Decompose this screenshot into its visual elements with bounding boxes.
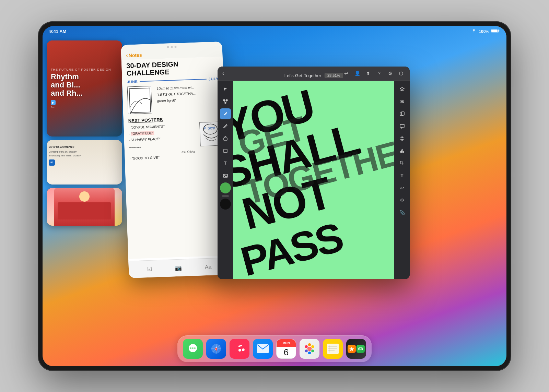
affinity-tool-node[interactable] — [220, 96, 231, 107]
affinity-settings-btn[interactable]: ⚙ — [386, 70, 394, 77]
timeline-july: JULY — [209, 76, 219, 81]
notes-format-icon[interactable]: Aa — [205, 264, 211, 270]
affinity-back-btn[interactable]: ‹ — [222, 70, 224, 76]
timeline-june: JUNE — [127, 79, 138, 84]
svg-rect-51 — [359, 348, 363, 350]
svg-rect-9 — [224, 138, 227, 140]
poster-artwork: YOU SHALL NOT PASS GET TOGETHER — [233, 81, 394, 279]
app-switcher[interactable]: The Future of Poster Design Rhythmand Bl… — [43, 26, 506, 366]
notes-camera-icon[interactable]: 📷 — [175, 264, 182, 271]
notes-asterisk: ✳ post... — [203, 125, 219, 131]
affinity-rtool-pages[interactable] — [397, 108, 408, 119]
affinity-canvas[interactable]: YOU SHALL NOT PASS GET TOGETHER — [233, 81, 394, 279]
svg-point-45 — [308, 347, 311, 351]
dock-app-safari[interactable] — [206, 339, 226, 359]
notes-item2-text: "GRATITUDE" — [131, 131, 154, 135]
affinity-title-group: Let's-Get-Together 28.51% — [284, 73, 343, 78]
svg-rect-23 — [401, 112, 404, 115]
dock-app-notes[interactable] — [323, 339, 343, 359]
battery-status: 100% — [479, 29, 489, 34]
affinity-tool-fill[interactable] — [220, 199, 231, 210]
affinity-rtool-transform[interactable] — [397, 133, 408, 144]
affinity-tool-pen[interactable] — [220, 108, 231, 119]
poster-canvas: YOU SHALL NOT PASS GET TOGETHER — [233, 81, 394, 279]
affinity-titlebar: ‹ Let's-Get-Together 28.51% ↩ 👤 ⬆ ? ⚙ ⬡ — [218, 67, 410, 81]
svg-point-21 — [402, 102, 404, 103]
status-bar: 9:41 AM 100% — [43, 26, 506, 37]
affinity-tool-image[interactable] — [220, 170, 231, 181]
svg-point-53 — [361, 348, 362, 349]
svg-point-42 — [308, 352, 311, 354]
affinity-rtool-gear[interactable]: ⚙ — [397, 195, 408, 206]
affinity-rtool-undo[interactable]: ↩ — [397, 182, 408, 193]
notes-checklist-icon[interactable]: ☑ — [147, 265, 152, 272]
ipad-frame: 9:41 AM 100% — [38, 21, 511, 371]
affinity-rtool-link[interactable]: 📎 — [397, 207, 408, 218]
affinity-rtool-text2[interactable]: T — [397, 170, 408, 181]
affinity-person-btn[interactable]: 👤 — [353, 70, 361, 77]
affinity-undo-btn[interactable]: ↩ — [342, 70, 350, 77]
dock-app-messages[interactable] — [183, 339, 203, 359]
app-thumb-notes-small[interactable]: · · · JOYFUL MOMENTS Contemporary art, b… — [47, 140, 122, 185]
affinity-rtool-layers[interactable] — [397, 84, 408, 95]
dock-app-music[interactable] — [230, 339, 249, 359]
affinity-window[interactable]: ‹ Let's-Get-Together 28.51% ↩ 👤 ⬆ ? ⚙ ⬡ — [218, 67, 410, 279]
affinity-mask-btn[interactable]: ⬡ — [397, 70, 405, 77]
affinity-tool-text[interactable]: T — [220, 158, 231, 169]
svg-point-29 — [194, 347, 196, 349]
svg-point-52 — [359, 348, 360, 349]
affinity-tool-erase[interactable] — [220, 133, 231, 144]
svg-rect-10 — [224, 149, 227, 153]
affinity-right-toolbar: T ↩ ⚙ 📎 — [394, 81, 410, 279]
affinity-left-toolbar: T — [218, 81, 233, 279]
dock-app-arcade[interactable] — [346, 339, 366, 359]
affinity-rtool-crop[interactable] — [397, 158, 408, 169]
affinity-rtool-adjust[interactable] — [397, 96, 408, 107]
window-controls — [167, 46, 176, 48]
svg-point-20 — [401, 100, 402, 102]
notes-content[interactable]: 30-DAY DESIGN CHALLENGE JUNE JULY — [121, 57, 230, 259]
wifi-icon — [471, 29, 477, 34]
notes-bottom-bar: ☑ 📷 Aa — [128, 257, 230, 278]
affinity-tool-color[interactable] — [220, 182, 231, 193]
affinity-help-btn[interactable]: ? — [375, 70, 383, 77]
affinity-divider — [222, 195, 229, 197]
status-time: 9:41 AM — [49, 29, 66, 34]
notes-window[interactable]: ‹ Notes 30-DAY DESIGN CHALLENGE JUNE JUL… — [121, 41, 230, 278]
affinity-title-actions: ↩ 👤 ⬆ ? ⚙ ⬡ — [342, 70, 405, 77]
affinity-share-btn[interactable]: ⬆ — [364, 70, 372, 77]
dock-app-photos[interactable] — [300, 339, 319, 359]
affinity-tool-shape[interactable] — [220, 145, 231, 156]
notes-timeline: JUNE JULY — [127, 76, 219, 84]
svg-point-27 — [190, 347, 191, 349]
chevron-left-icon: ‹ — [126, 52, 128, 58]
timeline-line — [140, 79, 206, 82]
ipad-screen: 9:41 AM 100% — [43, 26, 506, 366]
left-panel: The Future of Poster Design Rhythmand Bl… — [47, 40, 122, 339]
dock-app-mail[interactable] — [253, 339, 273, 359]
affinity-rtool-cut[interactable] — [397, 145, 408, 156]
affinity-title: Let's-Get-Together — [284, 73, 321, 78]
notes-signature-scrawl: ~~~~ — [129, 142, 198, 151]
affinity-tool-pencil[interactable] — [220, 121, 231, 132]
calendar-day: MON — [277, 339, 296, 347]
affinity-tool-pointer[interactable] — [220, 84, 231, 95]
svg-rect-1 — [492, 29, 498, 32]
dock-app-calendar[interactable]: MON 6 — [276, 339, 296, 359]
notes-sketch — [127, 86, 152, 114]
app-thumb-photo[interactable] — [47, 188, 122, 226]
notes-sketch-section: 10am to 11am meet wi... "LET'S GET TOGET… — [127, 83, 220, 115]
svg-point-40 — [311, 345, 314, 348]
app-thumb-magazine[interactable]: The Future of Poster Design Rhythmand Bl… — [47, 40, 122, 136]
notes-heading: 30-DAY DESIGN CHALLENGE — [126, 59, 218, 77]
svg-rect-2 — [128, 86, 152, 114]
battery-icon — [491, 29, 500, 34]
svg-point-28 — [192, 347, 194, 349]
svg-point-39 — [308, 343, 311, 346]
svg-point-41 — [311, 349, 314, 352]
affinity-zoom[interactable]: 28.51% — [325, 73, 343, 78]
svg-point-43 — [305, 349, 308, 352]
affinity-rtool-comments[interactable] — [397, 121, 408, 132]
notes-back-label[interactable]: Notes — [128, 52, 142, 58]
status-right: 100% — [471, 29, 500, 34]
